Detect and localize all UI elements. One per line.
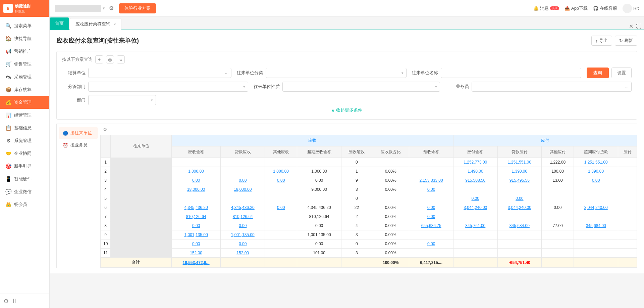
export-button[interactable]: ↑ 导出 [591, 36, 612, 46]
user-profile[interactable]: U Rit [623, 4, 639, 13]
settings-button[interactable]: 设置 [611, 68, 632, 78]
sidebar-item-member[interactable]: 👑 畅会员 [0, 198, 49, 211]
footer-label: 合计 [101, 258, 172, 268]
hardware-icon: 📱 [5, 176, 11, 182]
counterpart-category-select[interactable]: ▾ [266, 68, 406, 78]
table-area: 🔵 按往来单位 ⏰ 按业务员 ⚙ [56, 124, 637, 268]
data-table: 往来单位 应收 应付 应收金额 贷款应收 其他应收 超期应收金额 应收笔数 [100, 135, 637, 268]
refresh-button[interactable]: ↻ 刷新 [615, 36, 637, 46]
notification-button[interactable]: 🔔 消息 99+ [533, 5, 559, 11]
sidebar-item-hardware[interactable]: 📱 智能硬件 [0, 173, 49, 185]
chevron-down-icon-3: ▾ [435, 85, 437, 89]
tab-home[interactable]: 首页 [50, 17, 69, 30]
tab-current-label: 应收应付余额查询 [75, 21, 110, 27]
sidebar-item-basic[interactable]: 📋 基础信息 [0, 122, 49, 134]
home-icon: 🏠 [5, 36, 11, 42]
gear-icon[interactable]: ⚙ [109, 5, 114, 11]
salesperson-dots[interactable]: ··· [625, 84, 629, 89]
sidebar-item-shortcut[interactable]: 🏠 快捷导航 [0, 32, 49, 45]
sidebar-label-sales: 销售管理 [14, 61, 32, 67]
settlement-dots[interactable]: ··· [225, 71, 228, 76]
sidebar-label-marketing: 营销推广 [14, 48, 32, 54]
department-select[interactable]: ▾ [88, 95, 156, 105]
unit-icon: 🔵 [63, 131, 68, 136]
search-toolbar: 按以下方案查询 + ◎ « [62, 55, 632, 63]
th-ap-loan: 贷款应付 [497, 146, 542, 158]
table-row: 9██████████1,001,135.001,001,135.001,001… [101, 230, 637, 239]
tab-current[interactable]: 应收应付余额查询 × [70, 18, 121, 30]
footer-ar-other [265, 258, 297, 268]
tabbar-right: ✕ ⛶ [629, 23, 644, 30]
th-ar-overdue: 超期应收金额 [297, 146, 341, 158]
th-ap-overdue: 超期应付货款 [574, 146, 618, 158]
app-download-button[interactable]: 📥 App下载 [565, 5, 588, 11]
th-rownum [101, 135, 111, 158]
search-row-3: 部门 ▾ [62, 95, 632, 105]
avatar: U [623, 4, 632, 13]
left-panel-item-salesperson[interactable]: ⏰ 按业务员 [59, 139, 98, 151]
sidebar-item-finance[interactable]: 💰 资金管理 [0, 96, 49, 109]
table-container: ⚙ 往来单位 应收 应付 应收金额 [100, 124, 637, 268]
add-plan-button[interactable]: + [95, 55, 103, 63]
supervise-dept-field: 分管部门 ▾ [62, 82, 248, 92]
footer-row: 合计 19,553,472,6... 100.00% 6,417,215.... [101, 258, 637, 268]
query-button[interactable]: 查询 [587, 68, 609, 78]
settlement-input[interactable]: ··· [88, 68, 231, 78]
sidebar-item-system[interactable]: ⚙ 系统管理 [0, 134, 49, 147]
counterpart-nature-select[interactable]: ▾ [282, 82, 440, 92]
close-window-icon[interactable]: ✕ [629, 23, 633, 30]
sidebar-label-system: 系统管理 [14, 138, 32, 144]
wechat-icon: 💬 [5, 189, 11, 195]
left-panel-label-unit: 按往来单位 [70, 130, 92, 136]
collapse-sidebar-icon[interactable]: ⏸ [11, 298, 17, 305]
sidebar-label-guide: 新手引导 [14, 163, 32, 169]
sidebar-item-sales[interactable]: 🛒 销售管理 [0, 58, 49, 71]
footer-ap-overdue [574, 258, 618, 268]
sidebar-label-hardware: 智能硬件 [14, 176, 32, 182]
sidebar-item-enterprise[interactable]: 🤝 企业协同 [0, 147, 49, 160]
back-button[interactable]: « [117, 55, 125, 63]
table-settings-icon[interactable]: ⚙ [103, 127, 107, 132]
collapse-button[interactable]: ∧ 收起更多条件 [62, 105, 632, 115]
settings-bottom-icon[interactable]: ⚙ [3, 297, 9, 305]
supervise-dept-select[interactable]: ▾ [88, 82, 248, 92]
sidebar-item-wechat[interactable]: 💬 企业微信 [0, 185, 49, 198]
solution-button[interactable]: 体验行业方案 [119, 3, 156, 13]
table-body: 1██████████01,252,773.001,251,551.001,22… [101, 158, 637, 258]
sidebar-item-marketing[interactable]: 📢 营销推广 [0, 45, 49, 58]
sidebar-item-operation[interactable]: 📊 经营管理 [0, 109, 49, 122]
th-ap-group: 应付 [453, 135, 637, 146]
table-row: 8██████████0.000.000.0040.00%655,636.753… [101, 221, 637, 230]
page-header-actions: ↑ 导出 ↻ 刷新 [591, 36, 638, 46]
page-title: 应收应付余额查询(按往来单位) [56, 37, 139, 45]
sidebar-item-guide[interactable]: 🎯 新手引导 [0, 160, 49, 173]
sidebar-label-wechat: 企业微信 [14, 189, 32, 195]
sidebar-item-inventory[interactable]: 📦 库存核算 [0, 83, 49, 96]
supervise-dept-label: 分管部门 [62, 84, 86, 90]
table-row: 2██████████1,000.001,000.001,000.0010.00… [101, 167, 637, 176]
sidebar-item-purchase[interactable]: 🛍 采购管理 [0, 71, 49, 83]
th-ar-other: 其他应收 [265, 146, 297, 158]
sidebar-label-inventory: 库存核算 [14, 87, 32, 93]
table-footer: 合计 19,553,472,6... 100.00% 6,417,215.... [101, 258, 637, 268]
finance-icon: 💰 [5, 99, 11, 105]
counterpart-category-label: 往来单位分类 [237, 70, 263, 76]
salesperson-label: 业务员 [445, 84, 469, 90]
tab-close-icon[interactable]: × [114, 22, 116, 26]
footer-ar-overdue [297, 258, 341, 268]
purchase-icon: 🛍 [5, 74, 11, 80]
sidebar-item-search[interactable]: 🔍 搜索菜单 [0, 19, 49, 32]
sidebar-label-purchase: 采购管理 [14, 74, 32, 80]
left-panel-item-unit[interactable]: 🔵 按往来单位 [59, 127, 98, 139]
online-service-button[interactable]: 🎧 在线客服 [593, 5, 617, 11]
left-panel-label-salesperson: 按业务员 [70, 142, 88, 148]
counterpart-nature-label: 往来单位性质 [254, 84, 280, 90]
main-area: ●●●●●●●● ▾ ⚙ 体验行业方案 🔔 消息 99+ 📥 App下载 🎧 在… [50, 0, 644, 308]
app-logo: 6 畅捷通财 标准版 [0, 0, 49, 17]
maximize-icon[interactable]: ⛶ [636, 24, 641, 30]
search-label: 按以下方案查询 [62, 56, 93, 62]
counterpart-name-input[interactable] [441, 68, 581, 78]
sidebar-label-operation: 经营管理 [14, 112, 32, 118]
target-button[interactable]: ◎ [106, 55, 114, 63]
salesperson-input[interactable]: ··· [472, 82, 632, 92]
